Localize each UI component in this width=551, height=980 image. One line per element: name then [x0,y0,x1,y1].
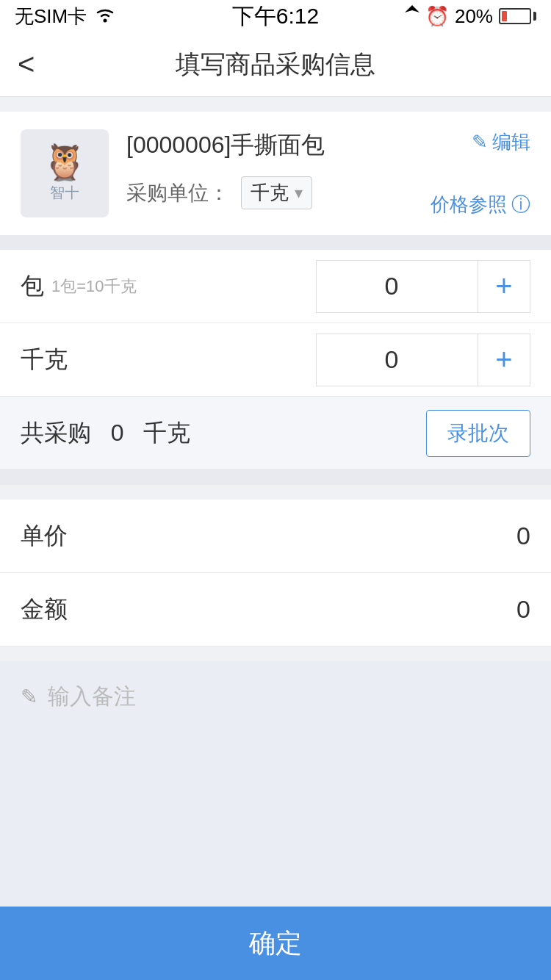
kg-quantity-input[interactable] [316,334,478,386]
kg-plus-button[interactable]: + [478,334,530,386]
kg-input-right: + [316,334,530,386]
unit-price-value: 0 [516,522,530,550]
page-title: 填写商品采购信息 [176,48,375,82]
status-bar: 无SIM卡 下午6:12 ⏰ 20% [0,0,551,32]
product-image-owl-icon: 🦉 [43,145,87,180]
product-name: [0000006]手撕面包 [126,129,530,162]
summary-text: 共采购 0 千克 [21,417,190,450]
status-time: 下午6:12 [232,1,319,32]
price-ref-label: 价格参照 [431,192,507,217]
question-icon: ⓘ [511,192,530,217]
amount-value: 0 [516,595,530,624]
svg-point-0 [104,18,107,22]
remarks-inner: ✎ 输入备注 [21,682,530,712]
record-batch-button[interactable]: 录批次 [426,410,530,457]
status-left: 无SIM卡 [15,4,116,29]
confirm-button[interactable]: 确定 [0,907,551,980]
bag-input-right: + [316,260,530,313]
section-divider-1 [0,235,551,250]
product-image-label: 智十 [50,183,79,203]
remarks-placeholder: 输入备注 [48,682,136,712]
price-ref-button[interactable]: 价格参照 ⓘ [431,192,530,217]
section-divider-2 [0,470,551,485]
status-right: ⏰ 20% [405,5,536,28]
edit-label: 编辑 [492,129,530,155]
pencil-icon: ✎ [21,685,37,709]
nav-bar: < 填写商品采购信息 [0,32,551,97]
battery-percent: 20% [455,5,493,28]
alarm-icon: ⏰ [425,5,449,28]
back-button[interactable]: < [18,48,35,81]
unit-price-label: 单价 [21,520,68,552]
remarks-section[interactable]: ✎ 输入备注 [0,661,551,808]
bag-sublabel: 1包=10千克 [51,275,137,298]
product-image: 🦉 智十 [21,129,109,217]
bag-input-row: 包 1包=10千克 + [0,250,551,323]
chevron-down-icon: ▾ [295,184,303,203]
unit-label: 采购单位： [126,179,229,207]
unit-value: 千克 [251,180,289,206]
input-section: 包 1包=10千克 + 千克 + 共采购 0 千克 录批次 [0,250,551,470]
summary-unit: 千克 [143,419,190,446]
price-section: 单价 0 金额 0 [0,500,551,646]
bag-label: 包 [21,270,44,303]
unit-selector[interactable]: 千克 ▾ [241,176,312,209]
bag-plus-button[interactable]: + [478,260,530,313]
summary-quantity: 0 [111,419,124,446]
bag-quantity-input[interactable] [316,260,478,313]
carrier-label: 无SIM卡 [15,4,87,29]
unit-price-row: 单价 0 [0,500,551,573]
wifi-icon [94,5,116,28]
kg-input-row: 千克 + [0,323,551,397]
amount-label: 金额 [21,594,68,626]
edit-icon: ✎ [472,131,488,154]
edit-button[interactable]: ✎ 编辑 [472,129,530,155]
product-card: 🦉 智十 [0000006]手撕面包 采购单位： 千克 ▾ ✎ 编辑 价格参照 … [0,112,551,235]
summary-row: 共采购 0 千克 录批次 [0,397,551,470]
kg-label: 千克 [21,344,68,376]
summary-prefix: 共采购 [21,419,91,446]
battery-icon [499,8,536,24]
amount-row: 金额 0 [0,573,551,646]
location-icon [405,5,419,28]
